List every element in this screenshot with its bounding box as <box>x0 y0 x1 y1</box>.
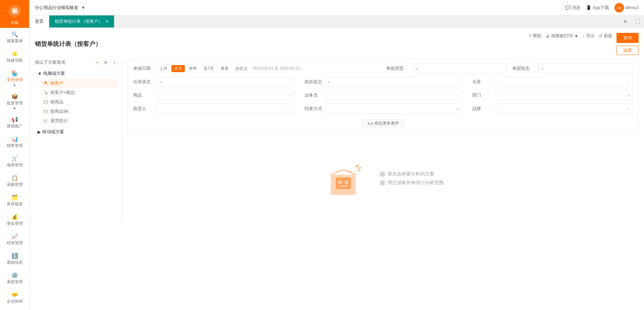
sidebar-item-quick-nav[interactable]: ⭐ 快捷导航 <box>0 47 29 67</box>
payment-field[interactable]: ∨ <box>325 104 462 114</box>
print-dropdown-icon: ▼ <box>574 34 579 39</box>
svg-line-17 <box>356 165 359 167</box>
sidebar-item-enterprise-co[interactable]: 🤝 企业协同 <box>0 288 29 308</box>
print-icon: 🖨 <box>545 34 550 39</box>
date-btn-last-month[interactable]: 上月 <box>157 65 170 72</box>
tree-item-by-goods[interactable]: 按商品 <box>40 97 118 107</box>
inventory-icon: 🗂️ <box>1 194 28 201</box>
print-btn[interactable]: 🖨 按模板打印 ▼ <box>545 33 579 39</box>
date-btn-7days[interactable]: 近7天 <box>201 65 217 72</box>
page-title-row: 销货单统计表（按客户） ? 帮助 🖨 按模板打印 ▼ ↓ 导出 <box>35 33 639 55</box>
query-button[interactable]: 查询 <box>616 33 639 43</box>
help-btn[interactable]: ? 帮助 <box>529 33 541 39</box>
tree-item-by-customer-goods[interactable]: 按客户+商品 <box>40 88 118 97</box>
page-actions: ? 帮助 🖨 按模板打印 ▼ ↓ 导出 ↺ 刷新 <box>529 33 612 39</box>
navbar-dropdown-icon[interactable]: ▼ <box>81 5 86 10</box>
sidebar-item-purchase[interactable]: 📋 采购管理 <box>0 171 29 191</box>
navbar-left: 办公用品行业模拟账套 ▼ <box>35 5 86 11</box>
sidebar-item-retail[interactable]: 🏪 零售管理 ▲ <box>0 67 29 90</box>
sidebar-item-new-guide[interactable]: 🎯 新手引导 <box>0 308 29 310</box>
sidebar-item-operations[interactable]: 📈 经营管理 <box>0 230 29 249</box>
navbar-right: 💬 消息 📱 App下载 Ea demo2 <box>565 3 639 12</box>
tab-close-icon[interactable]: ✕ <box>105 19 109 24</box>
messages-btn[interactable]: 💬 消息 <box>565 5 581 11</box>
tree-item-by-goods99[interactable]: 按商品99 <box>40 107 118 116</box>
type-field[interactable]: ∨ <box>412 63 507 73</box>
settings-scheme-btn[interactable]: ⚙ <box>102 59 109 66</box>
sidebar-label-sales: 销售管理 <box>1 143 28 149</box>
sidebar-item-system[interactable]: ⚙️ 系统管理 <box>0 269 29 288</box>
svg-text:畅: 畅 <box>12 8 18 14</box>
tip-text-1: 请先选择要分析的方案 <box>387 171 434 177</box>
tab-close-all-icon[interactable]: ✕ <box>619 19 631 24</box>
tab-maximize-icon[interactable]: ⛶ <box>631 19 644 24</box>
tree-expand-icon: ▼ <box>38 71 42 76</box>
sidebar-item-search-menu[interactable]: 🔍 搜索菜单 <box>0 28 29 47</box>
export-btn[interactable]: ↓ 导出 <box>583 33 595 39</box>
tab-sales-stats[interactable]: 销货单统计表（按客户） ✕ <box>49 15 114 28</box>
refresh-btn[interactable]: ↺ 刷新 <box>599 33 612 39</box>
warehouse-field[interactable]: ··· <box>496 77 633 87</box>
sidebar-item-sales[interactable]: 📊 销售管理 <box>0 133 29 152</box>
user-avatar-area[interactable]: Ea demo2 <box>614 3 639 12</box>
filter-row-3: 商品 ··· 业务员 ··· 部门 <box>133 90 633 100</box>
sales-icon: 📊 <box>1 136 28 142</box>
date-btn-more[interactable]: 更多 <box>218 65 231 72</box>
sidebar-label-wholesale: 批发管理 <box>1 100 28 106</box>
sidebar-item-marketing[interactable]: 📢 营销推广 <box>0 113 29 133</box>
empty-tips: 1 请先选择要分析的方案 2 用过滤条件来缩小分析范围 <box>379 171 444 189</box>
by-goods99-label: 按商品99 <box>50 108 68 114</box>
sidebar-item-inventory[interactable]: 🗂️ 库存核算 <box>0 191 29 210</box>
desktop-schemes-group[interactable]: ▼ 电脑端方案 <box>35 68 118 79</box>
pay-status-field[interactable]: ∨ <box>325 77 462 87</box>
tab-home[interactable]: 首页 <box>30 15 49 28</box>
out-status-field[interactable]: ∨ <box>157 77 294 87</box>
left-panel-title-text: 按以下方案查询 <box>35 59 65 65</box>
goods-field[interactable]: ··· <box>157 90 294 100</box>
sidebar-item-ecommerce[interactable]: 🛒 电商管理 <box>0 152 29 171</box>
logo[interactable]: 畅 标版 <box>0 0 30 28</box>
collapse-panel-btn[interactable]: « <box>111 59 118 66</box>
page-content: 销货单统计表（按客户） ? 帮助 🖨 按模板打印 ▼ ↓ 导出 <box>30 28 644 310</box>
svg-rect-7 <box>44 110 47 113</box>
add-scheme-btn[interactable]: + <box>94 59 100 66</box>
receiver-dots: ··· <box>287 106 291 111</box>
tab-home-label: 首页 <box>35 18 44 24</box>
mobile-tree-expand-icon: ▶ <box>38 130 41 135</box>
tree-children-desktop: 按客户 按客户+商品 按商品 <box>35 79 118 125</box>
date-btn-custom[interactable]: 自定义 <box>233 65 250 72</box>
page-actions-area: ? 帮助 🖨 按模板打印 ▼ ↓ 导出 ↺ 刷新 <box>529 33 639 55</box>
brand-field[interactable]: ··· <box>496 104 633 114</box>
sidebar-label-quick-nav: 快捷导航 <box>1 58 28 63</box>
sidebar-item-finance[interactable]: 💰 资金管理 <box>0 210 29 230</box>
date-btn-this-month[interactable]: 本月 <box>171 65 185 72</box>
warehouse-label: 仓库 <box>472 79 496 85</box>
operations-icon: 📈 <box>1 233 28 240</box>
purchase-icon: 📋 <box>1 175 28 181</box>
tree-item-return-stats[interactable]: 退货统计 <box>40 116 118 125</box>
collapse-btn[interactable]: ∧∧ 收起更多条件 <box>362 119 405 127</box>
sidebar-label-system: 系统管理 <box>1 279 28 285</box>
goods-label: 商品 <box>133 92 157 98</box>
empty-state: 1 请先选择要分析的方案 2 用过滤条件来缩小分析范围 <box>322 158 444 202</box>
settings-button[interactable]: 设置 <box>616 46 639 55</box>
enterprise-co-icon: 🤝 <box>1 292 28 298</box>
app-download-btn[interactable]: 📱 App下载 <box>586 5 609 11</box>
status-field[interactable]: ∨ <box>538 63 633 73</box>
by-goods99-icon <box>43 109 48 114</box>
filter-row-1: 单据日期 上月 本月 本年 近7天 更多 自定义 2023-03-01 至 20… <box>133 63 633 73</box>
empty-svg <box>322 158 366 202</box>
salesman-field[interactable]: ··· <box>325 90 462 100</box>
mobile-schemes-group[interactable]: ▶ 移动端方案 <box>35 127 118 137</box>
sidebar-item-wholesale[interactable]: 📦 批发管理 ▲ <box>0 90 29 113</box>
sidebar-item-basic[interactable]: ℹ️ 基础信息 <box>0 249 29 269</box>
sidebar-label-finance: 资金管理 <box>1 221 28 226</box>
date-btn-this-year[interactable]: 本年 <box>186 65 200 72</box>
tree-item-by-customer[interactable]: 按客户 <box>40 79 118 88</box>
receiver-field[interactable]: ··· <box>157 104 294 114</box>
status-label: 单据状态 <box>512 65 536 71</box>
pay-status-arrow: ∨ <box>328 80 330 84</box>
salesman-label: 业务员 <box>305 92 325 98</box>
dept-field[interactable]: ∨ <box>496 90 633 100</box>
payment-label: 结算方式 <box>305 106 325 112</box>
